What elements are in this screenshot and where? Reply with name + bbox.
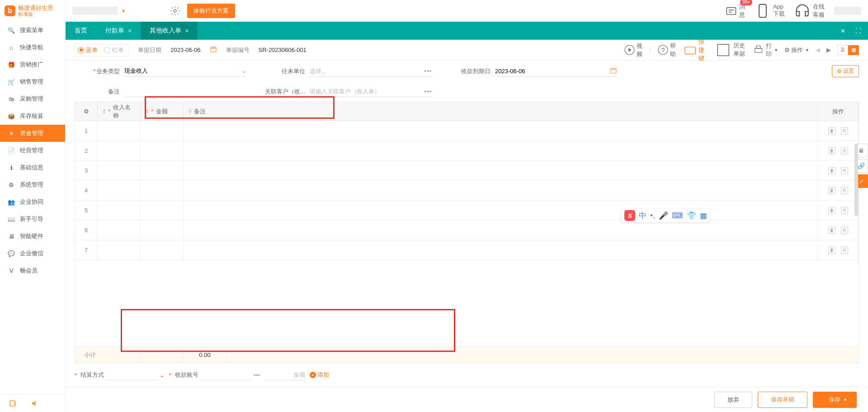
prev-icon[interactable]: ◀: [816, 47, 820, 53]
logo: b 畅捷通好生意 标准版: [0, 0, 65, 22]
sidebar-item-9[interactable]: ⚙系统管理: [0, 176, 65, 193]
svg-rect-4: [211, 47, 216, 52]
row-delete-icon[interactable]: 🗑: [828, 247, 835, 254]
col-remark[interactable]: ▲▼备注: [184, 102, 818, 121]
tab-1[interactable]: 付款单×: [96, 22, 141, 40]
row-delete-icon[interactable]: 🗑: [828, 227, 835, 234]
app-download-link[interactable]: App下载: [754, 2, 785, 19]
due-date-input[interactable]: [495, 66, 617, 77]
row-copy-icon[interactable]: ⎘: [841, 147, 848, 154]
sidebar-item-14[interactable]: V畅会员: [0, 262, 65, 279]
row-copy-icon[interactable]: ⎘: [841, 187, 848, 194]
row-delete-icon[interactable]: 🗑: [828, 187, 835, 194]
row-copy-icon[interactable]: ⎘: [841, 247, 848, 254]
table-row[interactable]: 7 🗑 ⎘: [75, 240, 859, 260]
add-settlement-button[interactable]: + 添加: [310, 371, 329, 379]
red-radio[interactable]: 红单: [104, 46, 124, 54]
row-copy-icon[interactable]: ⎘: [841, 207, 848, 214]
chevron-down-icon[interactable]: ⌄: [159, 371, 165, 379]
customer-input[interactable]: •••: [310, 86, 432, 97]
biz-type-field: *业务类型 ⌄: [75, 66, 246, 77]
history-link[interactable]: 历史单据: [715, 42, 746, 59]
calendar-icon[interactable]: [610, 67, 617, 75]
row-copy-icon[interactable]: ⎘: [841, 227, 848, 234]
sidebar-item-10[interactable]: 👥企业协同: [0, 193, 65, 211]
table-row[interactable]: 5 🗑 ⎘: [75, 201, 859, 220]
table-row[interactable]: 3 🗑 ⎘: [75, 161, 859, 181]
sidebar-item-4[interactable]: 🛍采购管理: [0, 90, 65, 108]
col-name[interactable]: ▲▼*收入名称: [98, 102, 141, 121]
blue-radio[interactable]: 蓝单: [78, 46, 98, 54]
sidebar-item-13[interactable]: 💬企业微信: [0, 245, 65, 262]
more-icon[interactable]: •••: [424, 68, 432, 75]
ime-mic-icon[interactable]: 🎤: [659, 211, 668, 220]
table-row[interactable]: 2 🗑 ⎘: [75, 141, 859, 161]
messages-link[interactable]: 消息 99+: [725, 3, 746, 19]
row-copy-icon[interactable]: ⎘: [841, 167, 848, 174]
user-avatar[interactable]: [834, 7, 861, 15]
settle-amount-input[interactable]: [264, 370, 305, 380]
ime-skin-icon[interactable]: 👕: [687, 211, 696, 220]
tab-close-icon[interactable]: ×: [128, 27, 132, 34]
help-link[interactable]: ?帮助: [657, 42, 677, 58]
row-delete-icon[interactable]: 🗑: [828, 167, 835, 174]
tab-2[interactable]: 其他收入单×: [141, 22, 198, 40]
video-link[interactable]: 视频: [624, 42, 643, 58]
settle-method-input[interactable]: [107, 370, 156, 380]
sidebar-item-1[interactable]: ⌂快捷导航: [0, 39, 65, 56]
abandon-button[interactable]: 放弃: [714, 392, 752, 408]
table-row[interactable]: 4 🗑 ⎘: [75, 181, 859, 201]
row-delete-icon[interactable]: 🗑: [828, 127, 835, 135]
save-draft-button[interactable]: 保存草稿: [758, 392, 807, 408]
biz-type-select[interactable]: ⌄: [124, 66, 246, 77]
sidebar-item-6[interactable]: ¥资金管理: [0, 125, 65, 142]
trial-button[interactable]: 体验行业方案: [187, 4, 235, 18]
sound-icon[interactable]: [31, 399, 39, 407]
save-button[interactable]: 保存▼: [813, 392, 857, 408]
date-value[interactable]: 2023-06-06: [170, 47, 201, 53]
tab-close-icon[interactable]: ×: [185, 27, 189, 34]
party-select[interactable]: •••: [310, 66, 432, 77]
svg-rect-10: [755, 48, 762, 52]
row-copy-icon[interactable]: ⎘: [841, 127, 848, 135]
row-delete-icon[interactable]: 🗑: [828, 207, 835, 214]
ime-punct-icon[interactable]: •,: [650, 211, 655, 220]
view-list-button[interactable]: ☰: [837, 45, 848, 55]
grid-config-icon[interactable]: ⚙: [75, 102, 98, 121]
settle-account-input[interactable]: [201, 370, 251, 380]
sidebar-item-8[interactable]: ℹ基础信息: [0, 159, 65, 176]
tab-close-all-icon[interactable]: ✕: [837, 25, 848, 36]
sidebar-item-3[interactable]: 🛒销售管理: [0, 73, 65, 90]
table-row[interactable]: 6 🗑 ⎘: [75, 220, 859, 240]
sidebar-item-2[interactable]: 🎁营销推广: [0, 56, 65, 73]
ime-toolbar[interactable]: S 中 •, 🎤 ⌨ 👕 ▦: [622, 209, 710, 222]
col-amount[interactable]: ▲▼*金额: [141, 102, 184, 121]
calendar-icon[interactable]: [210, 46, 217, 54]
more-icon[interactable]: •••: [254, 372, 260, 379]
more-icon[interactable]: •••: [424, 88, 432, 95]
sidebar-item-0[interactable]: 🔍搜索菜单: [0, 22, 65, 39]
ime-keyboard-icon[interactable]: ⌨: [672, 211, 683, 220]
sidebar-item-5[interactable]: 📦库存核算: [0, 108, 65, 125]
scrollbar[interactable]: [854, 144, 858, 216]
service-link[interactable]: 在线客服: [793, 2, 826, 19]
org-selector[interactable]: ▼: [72, 7, 163, 15]
sidebar-item-12[interactable]: 🖥智能硬件: [0, 228, 65, 245]
view-detail-button[interactable]: ▦: [848, 45, 859, 55]
next-icon[interactable]: ▶: [826, 47, 831, 53]
tab-fullscreen-icon[interactable]: ⛶: [853, 25, 863, 36]
collapse-icon[interactable]: [9, 399, 17, 407]
remark-input[interactable]: [124, 86, 246, 97]
ops-link[interactable]: ⚙操作▼: [784, 46, 809, 54]
ime-toolbox-icon[interactable]: ▦: [700, 211, 707, 220]
tab-0[interactable]: 首页: [66, 22, 96, 40]
row-delete-icon[interactable]: 🗑: [828, 147, 835, 154]
settings-button[interactable]: ⚙设置: [832, 65, 859, 77]
table-row[interactable]: 1 🗑 ⎘: [75, 121, 859, 141]
settings-icon[interactable]: [170, 5, 180, 16]
print-link[interactable]: 打印▼: [752, 42, 778, 58]
sidebar-item-7[interactable]: 📄经营管理: [0, 142, 65, 159]
sidebar-item-11[interactable]: 📖新手引导: [0, 211, 65, 228]
shortcut-link[interactable]: 快捷键: [683, 38, 708, 62]
ime-lang[interactable]: 中: [639, 211, 646, 221]
